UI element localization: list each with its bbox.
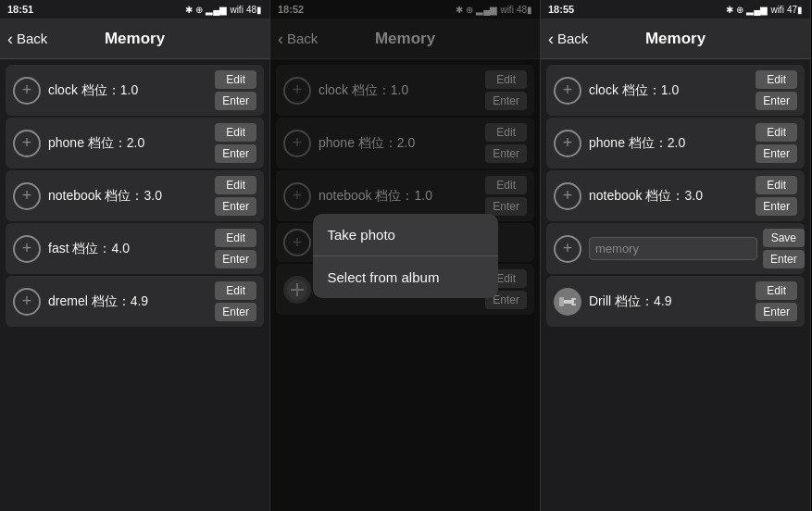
edit-button[interactable]: Edit xyxy=(215,123,256,142)
list-item: + notebook 档位：3.0 Edit Enter xyxy=(546,170,805,221)
list-item: + phone 档位：2.0 Edit Enter xyxy=(546,118,805,168)
panel-3: 18:55 ✱ ⊕ ▂▄▆ wifi 47▮ ‹ Back Memory + c… xyxy=(541,0,811,511)
item-actions: Edit Enter xyxy=(215,176,256,216)
enter-button[interactable]: Enter xyxy=(756,197,797,216)
item-actions: Edit Enter xyxy=(215,123,256,163)
nav-title-3: Memory xyxy=(645,30,706,48)
wifi-icon: wifi xyxy=(230,5,243,15)
plus-icon[interactable]: + xyxy=(13,288,41,316)
save-button[interactable]: Save xyxy=(763,229,805,247)
list-3: + clock 档位：1.0 Edit Enter + phone 档位：2.0… xyxy=(541,59,810,511)
alarm-icon: ⊕ xyxy=(195,5,203,15)
list-item: + dremel 档位：4.9 Edit Enter xyxy=(6,276,264,327)
list-item: + phone 档位：2.0 Edit Enter xyxy=(6,118,264,168)
battery-icon: 48▮ xyxy=(246,5,262,15)
back-button-1[interactable]: ‹ Back xyxy=(7,31,47,47)
edit-button[interactable]: Edit xyxy=(215,176,256,194)
item-actions: Edit Enter xyxy=(215,229,256,268)
nav-bar-1: ‹ Back Memory xyxy=(0,19,269,59)
status-time-3: 18:55 xyxy=(548,4,574,15)
list-item: + notebook 档位：3.0 Edit Enter xyxy=(6,170,264,221)
item-actions: Edit Enter xyxy=(215,70,256,110)
status-time-1: 18:51 xyxy=(7,4,33,15)
plus-icon[interactable]: + xyxy=(13,235,41,263)
edit-button[interactable]: Edit xyxy=(756,123,797,142)
list-item-memory: + Save Enter xyxy=(546,223,805,274)
plus-icon[interactable]: + xyxy=(13,77,41,105)
svg-rect-7 xyxy=(571,304,576,305)
back-arrow-icon-3: ‹ xyxy=(548,31,554,47)
list-item: + clock 档位：1.0 Edit Enter xyxy=(6,65,264,116)
back-arrow-icon-1: ‹ xyxy=(7,31,13,47)
nav-bar-3: ‹ Back Memory xyxy=(541,19,810,59)
item-label: fast 档位：4.0 xyxy=(48,241,215,257)
item-label: phone 档位：2.0 xyxy=(48,135,215,152)
item-label: clock 档位：1.0 xyxy=(589,82,756,99)
signal-icon: ▂▄▆ xyxy=(746,5,768,15)
panel-2: 18:52 ✱ ⊕ ▂▄▆ wifi 48▮ ‹ Back Memory + c… xyxy=(270,0,541,511)
list-item: + fast 档位：4.0 Edit Enter xyxy=(6,223,264,274)
item-actions: Save Enter xyxy=(763,229,805,268)
plus-icon[interactable]: + xyxy=(13,182,41,210)
modal-overlay: Take photo Select from album xyxy=(270,0,540,511)
enter-button[interactable]: Enter xyxy=(215,303,256,321)
alarm-icon: ⊕ xyxy=(736,5,743,15)
item-actions: Edit Enter xyxy=(756,70,797,110)
back-label-1[interactable]: Back xyxy=(17,31,47,46)
item-label: notebook 档位：3.0 xyxy=(48,188,215,205)
panel-1: 18:51 ✱ ⊕ ▂▄▆ wifi 48▮ ‹ Back Memory + c… xyxy=(0,0,270,511)
list-item: + clock 档位：1.0 Edit Enter xyxy=(546,65,805,116)
memory-input[interactable] xyxy=(589,237,757,260)
item-label: Drill 档位：4.9 xyxy=(589,293,756,310)
enter-button[interactable]: Enter xyxy=(756,144,797,163)
svg-rect-5 xyxy=(559,297,564,306)
enter-button[interactable]: Enter xyxy=(215,250,256,268)
item-label: clock 档位：1.0 xyxy=(48,82,215,99)
back-button-3[interactable]: ‹ Back xyxy=(548,31,588,47)
edit-button[interactable]: Edit xyxy=(756,281,797,300)
plus-icon[interactable]: + xyxy=(13,130,41,157)
nav-title-1: Memory xyxy=(105,30,165,48)
signal-icon: ▂▄▆ xyxy=(206,5,227,15)
bluetooth-icon: ✱ xyxy=(185,5,193,15)
enter-button[interactable]: Enter xyxy=(215,92,256,110)
select-album-option[interactable]: Select from album xyxy=(313,256,498,298)
item-actions: Edit Enter xyxy=(215,281,256,321)
photo-modal: Take photo Select from album xyxy=(313,214,498,298)
status-bar-3: 18:55 ✱ ⊕ ▂▄▆ wifi 47▮ xyxy=(541,0,810,19)
status-icons-1: ✱ ⊕ ▂▄▆ wifi 48▮ xyxy=(185,5,262,15)
edit-button[interactable]: Edit xyxy=(215,70,256,89)
enter-button[interactable]: Enter xyxy=(215,144,256,163)
take-photo-option[interactable]: Take photo xyxy=(313,214,498,256)
edit-button[interactable]: Edit xyxy=(756,176,797,194)
item-actions: Edit Enter xyxy=(756,281,797,321)
enter-button[interactable]: Enter xyxy=(215,197,256,216)
plus-icon[interactable]: + xyxy=(554,182,581,210)
plus-icon[interactable]: + xyxy=(554,130,581,157)
status-icons-3: ✱ ⊕ ▂▄▆ wifi 47▮ xyxy=(726,5,803,15)
plus-icon[interactable]: + xyxy=(554,77,581,105)
item-label: notebook 档位：3.0 xyxy=(589,188,756,205)
edit-button[interactable]: Edit xyxy=(215,281,256,300)
item-actions: Edit Enter xyxy=(756,123,797,163)
svg-rect-6 xyxy=(571,298,576,300)
list-item-drill: Drill 档位：4.9 Edit Enter xyxy=(546,276,805,327)
plus-icon[interactable]: + xyxy=(554,235,581,263)
bluetooth-icon: ✱ xyxy=(726,5,733,15)
enter-button[interactable]: Enter xyxy=(763,250,805,268)
drill-image-icon xyxy=(554,288,581,316)
enter-button[interactable]: Enter xyxy=(756,92,797,110)
list-1: + clock 档位：1.0 Edit Enter + phone 档位：2.0… xyxy=(0,59,269,511)
item-actions: Edit Enter xyxy=(756,176,797,216)
item-label: dremel 档位：4.9 xyxy=(48,293,215,310)
edit-button[interactable]: Edit xyxy=(756,70,797,89)
status-bar-1: 18:51 ✱ ⊕ ▂▄▆ wifi 48▮ xyxy=(0,0,269,19)
back-label-3[interactable]: Back xyxy=(557,31,588,46)
battery-icon: 47▮ xyxy=(787,5,803,15)
enter-button[interactable]: Enter xyxy=(756,303,797,321)
item-label: phone 档位：2.0 xyxy=(589,135,756,152)
wifi-icon: wifi xyxy=(770,5,783,15)
edit-button[interactable]: Edit xyxy=(215,229,256,247)
